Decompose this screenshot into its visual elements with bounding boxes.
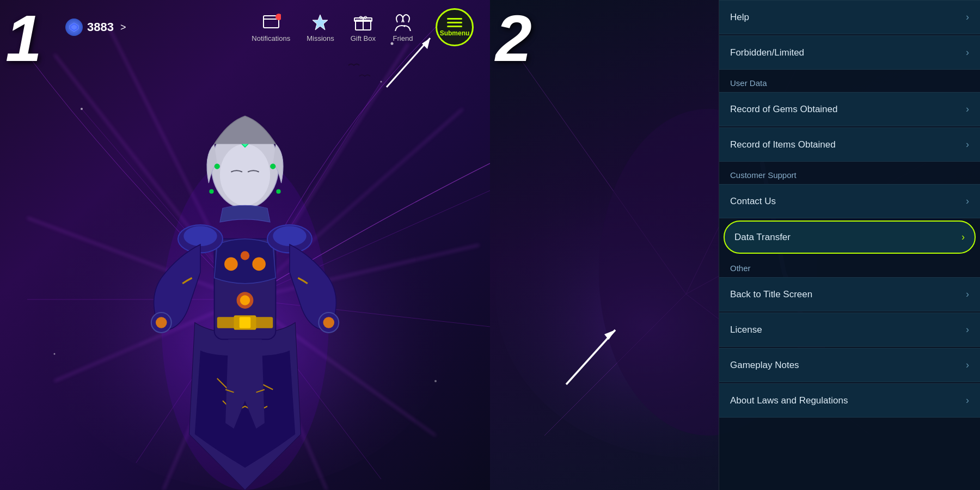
laws-regulations-label: About Laws and Regulations bbox=[730, 395, 848, 406]
svg-point-38 bbox=[252, 258, 266, 271]
help-label: Help bbox=[730, 12, 749, 23]
currency-amount: 3883 bbox=[87, 20, 114, 34]
currency-area: 3883 > bbox=[65, 19, 126, 36]
svg-point-46 bbox=[323, 317, 335, 328]
user-data-section-header: User Data bbox=[719, 71, 980, 92]
svg-point-44 bbox=[156, 317, 167, 328]
gameplay-notes-arrow: › bbox=[966, 359, 969, 371]
character-illustration bbox=[82, 44, 408, 490]
other-section-header: Other bbox=[719, 256, 980, 277]
svg-line-32 bbox=[387, 38, 430, 87]
forbidden-limited-arrow: › bbox=[966, 47, 969, 58]
giftbox-icon bbox=[352, 13, 374, 32]
contact-us-arrow: › bbox=[966, 195, 969, 207]
arrow-annotation-1 bbox=[381, 27, 446, 95]
submenu-icon bbox=[447, 18, 462, 27]
svg-point-37 bbox=[241, 251, 249, 260]
forbidden-limited-menu-item[interactable]: Forbidden/Limited › bbox=[719, 35, 980, 70]
svg-point-36 bbox=[224, 258, 238, 271]
customer-support-section-header: Customer Support bbox=[719, 163, 980, 184]
svg-marker-33 bbox=[422, 38, 430, 49]
data-transfer-label: Data Transfer bbox=[734, 232, 791, 243]
svg-point-59 bbox=[240, 295, 250, 305]
back-title-screen-label: Back to Title Screen bbox=[730, 289, 812, 300]
svg-point-52 bbox=[270, 163, 275, 169]
laws-regulations-arrow: › bbox=[966, 395, 969, 406]
svg-point-54 bbox=[276, 189, 280, 194]
giftbox-label: Gift Box bbox=[351, 34, 376, 42]
help-menu-item[interactable]: Help › bbox=[719, 0, 980, 34]
notifications-label: Notifications bbox=[252, 34, 290, 42]
svg-point-48 bbox=[220, 144, 270, 206]
svg-point-20 bbox=[434, 380, 437, 382]
help-arrow: › bbox=[966, 11, 969, 23]
svg-point-40 bbox=[183, 226, 217, 246]
giftbox-nav-item[interactable]: Gift Box bbox=[351, 13, 376, 42]
data-transfer-menu-item[interactable]: Data Transfer › bbox=[724, 220, 976, 254]
record-items-menu-item[interactable]: Record of Items Obtained › bbox=[719, 127, 980, 162]
svg-point-51 bbox=[215, 163, 220, 169]
menu-panel: Help › Forbidden/Limited › User Data Rec… bbox=[719, 0, 980, 490]
missions-label: Missions bbox=[307, 34, 334, 42]
step-number-2: 2 bbox=[495, 5, 532, 71]
contact-us-menu-item[interactable]: Contact Us › bbox=[719, 184, 980, 218]
contact-us-label: Contact Us bbox=[730, 196, 776, 207]
forbidden-limited-label: Forbidden/Limited bbox=[730, 47, 804, 58]
record-gems-arrow: › bbox=[966, 103, 969, 115]
data-transfer-arrow: › bbox=[961, 231, 965, 243]
record-items-label: Record of Items Obtained bbox=[730, 139, 836, 150]
back-title-screen-arrow: › bbox=[966, 289, 969, 300]
right-panel: 2 Help › Forbidden/Limited › User Data R… bbox=[490, 0, 980, 490]
arrow-annotation-2 bbox=[534, 297, 642, 408]
gameplay-notes-menu-item[interactable]: Gameplay Notes › bbox=[719, 348, 980, 382]
license-menu-item[interactable]: License › bbox=[719, 313, 980, 347]
notifications-nav-item[interactable]: Notifications bbox=[252, 13, 290, 42]
svg-point-21 bbox=[54, 353, 56, 355]
svg-point-42 bbox=[273, 226, 307, 246]
gem-icon bbox=[65, 19, 83, 36]
record-gems-label: Record of Gems Obtained bbox=[730, 104, 837, 115]
license-arrow: › bbox=[966, 324, 969, 335]
left-panel: 1 3883 > N bbox=[0, 0, 490, 490]
missions-icon bbox=[309, 13, 331, 32]
record-gems-menu-item[interactable]: Record of Gems Obtained › bbox=[719, 92, 980, 126]
laws-regulations-menu-item[interactable]: About Laws and Regulations › bbox=[719, 383, 980, 418]
license-label: License bbox=[730, 324, 762, 335]
currency-more-arrow[interactable]: > bbox=[120, 22, 126, 33]
svg-point-53 bbox=[209, 189, 213, 194]
back-title-screen-menu-item[interactable]: Back to Title Screen › bbox=[719, 277, 980, 311]
record-items-arrow: › bbox=[966, 139, 969, 150]
svg-marker-69 bbox=[604, 330, 615, 340]
missions-nav-item[interactable]: Missions bbox=[307, 13, 334, 42]
svg-rect-57 bbox=[240, 317, 251, 328]
notifications-icon bbox=[260, 13, 282, 32]
svg-marker-28 bbox=[313, 15, 328, 30]
gameplay-notes-label: Gameplay Notes bbox=[730, 360, 799, 371]
